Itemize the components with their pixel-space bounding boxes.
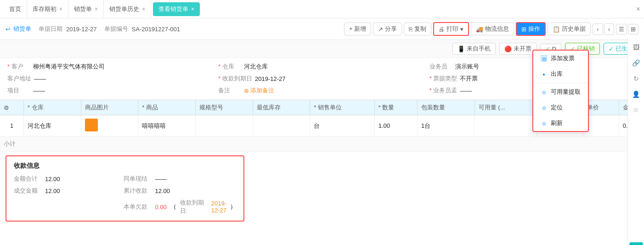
tab-sales-order-label: 销货单 [74,5,92,13]
logistics-icon: 🚚 [476,26,483,33]
available-qty-item[interactable]: ◎ 可用量提取 [533,84,588,100]
next-button[interactable]: › [604,23,614,35]
doc-title: ↩ 销货单 [6,25,31,33]
row-available [475,115,537,137]
dropdown-separator [533,83,588,83]
tab-sales-order[interactable]: 销货单 × [68,0,104,18]
arrears-note-close: ） [230,203,236,211]
tab-sales-history-close[interactable]: × [142,6,145,12]
row-product-img [81,115,138,137]
copy-button[interactable]: ⎘ 复制 [404,23,431,35]
customer-value: 柳州粤港平安气体有限公司 [33,63,215,71]
col-available: 可用量 (... [475,100,537,115]
cumulative-value: 12.00 [155,188,170,194]
mobile-icon: 📱 [458,46,465,52]
current-arrears-item: 本单欠款 0.00 （ 收款到期日: 2019-12-27 ） [124,199,236,215]
tab-view-sales-label: 查看销货单 [158,5,188,13]
share-label: 分享 [385,25,397,33]
history-label: 历史单据 [562,25,586,33]
image-icon[interactable]: 🖼 [629,40,643,54]
due-date-label: 收款到期日 [218,74,252,83]
arrears-label: 本单欠款 [124,203,151,211]
doc-type-label: 销货单 [13,25,31,33]
ticket-type-label: 票据类型 [429,74,458,83]
row-spec [196,115,253,137]
row-quantity: 1.00 [374,115,417,137]
tab-sales-order-close[interactable]: × [95,6,98,12]
number-value: SA-20191227-001 [132,26,181,33]
outbound-icon: ● [541,71,547,77]
window-close-button[interactable]: × [636,5,640,13]
nav-arrows: ‹ › [593,23,614,35]
add-remark-button[interactable]: ⊕ 添加备注 [244,86,274,95]
list-view-icon[interactable]: ☰ [616,24,627,34]
prev-button[interactable]: ‹ [593,23,603,35]
col-product-img: 商品图片 [81,100,138,115]
ticket-icon: 🔴 [504,46,512,52]
refresh-label: 刷新 [551,119,563,127]
col-sales-unit: * 销售单位 [310,100,374,115]
col-min-stock: 最低库存 [253,100,310,115]
refresh-icon: ◎ [541,120,547,126]
new-label: + 新增 [349,25,366,33]
tab-view-sales-close[interactable]: × [191,6,194,12]
transaction-amount-label: 成交金额 [14,187,41,195]
address-field: 客户地址 —— [7,74,215,83]
from-mobile-button[interactable]: 📱 来自手机 [452,43,496,55]
customer-label: 客户 [7,63,30,71]
copy-icon: ⎘ [409,26,412,33]
grid-view-icon[interactable]: ⊞ [628,24,638,34]
tab-inventory-init[interactable]: 库存期初 × [27,0,68,18]
tab-sales-history[interactable]: 销货单历史 × [104,0,151,18]
user-circle-icon[interactable]: 👤 [629,87,643,101]
share-button[interactable]: ↗ 分享 [373,23,402,35]
refresh-item[interactable]: ◎ 刷新 [533,115,588,131]
same-order-item: 同单现结 —— [124,175,236,183]
logistics-button[interactable]: 🚚 物流信息 [471,23,514,35]
view-icons: ☰ ⊞ [616,24,638,34]
operation-button[interactable]: ⊞ 操作 [516,22,546,36]
locate-label: 定位 [551,103,563,112]
due-date-value: 2019-12-27 [255,75,426,82]
arrears-due-date: 2019-12-27 [211,200,226,214]
logistics-label: 物流信息 [485,25,509,33]
operation-dropdown: ▤ 添加发票 ● 出库 ◎ 可用量提取 ◎ 定位 ◎ 刷新 [532,50,589,132]
subtotal-row: 小计 [0,137,644,152]
expand-icon[interactable]: ⤢ [629,242,643,245]
star-icon[interactable]: ☆ [629,103,643,117]
right-sidebar: 🖼 🔗 ↻ 👤 ☆ ⤢ [627,37,644,245]
copy-label: 复制 [414,25,426,33]
arrears-due-text: 收款到期日: [180,199,208,215]
col-spec: 规格型号 [196,100,253,115]
tab-inventory-close[interactable]: × [59,6,62,12]
rotate-icon[interactable]: ↻ [629,72,643,85]
outbound-item[interactable]: ● 出库 [533,66,588,82]
tab-sales-history-label: 销货单历史 [109,5,139,13]
locate-item[interactable]: ◎ 定位 [533,100,588,115]
operation-label: 操作 [528,25,540,33]
product-image [85,119,98,131]
doc-date-group: 单据日期 2019-12-27 [39,25,97,33]
tab-home[interactable]: 首页 [4,0,27,18]
not-open-button[interactable]: 🔴 未开票 [499,43,537,55]
print-button[interactable]: 🖨 打印 ▾ [433,22,469,36]
add-invoice-item[interactable]: ▤ 添加发票 [533,51,588,66]
address-value: —— [34,75,215,82]
row-num: 1 [0,115,23,137]
col-warehouse: * 仓库 [23,100,81,115]
remark-field: 备注 ⊕ 添加备注 [218,86,425,95]
new-button[interactable]: + 新增 [344,23,371,35]
col-settings[interactable]: ⚙ [0,100,23,115]
transaction-amount-value: 12.00 [45,188,60,194]
remark-label: 备注 [218,86,241,95]
tab-view-sales[interactable]: 查看销货单 × [153,2,200,16]
toolbar: + 新增 ↗ 分享 ⎘ 复制 🖨 打印 ▾ 🚚 物流信息 ⊞ 操作 [344,22,638,36]
print-icon: 🖨 [439,26,445,33]
link-icon[interactable]: 🔗 [629,56,643,70]
staff-label: 业务员 [429,63,452,71]
main-content: 🖼 🔗 ↻ 👤 ☆ ⤢ ↩ 销货单 单据日期 2019-12-27 单据编号 S… [0,18,644,245]
add-invoice-label: 添加发票 [551,54,575,63]
history-button[interactable]: 📋 历史单据 [548,23,591,35]
warehouse-label: 仓库 [218,63,241,71]
share-icon: ↗ [378,26,383,33]
